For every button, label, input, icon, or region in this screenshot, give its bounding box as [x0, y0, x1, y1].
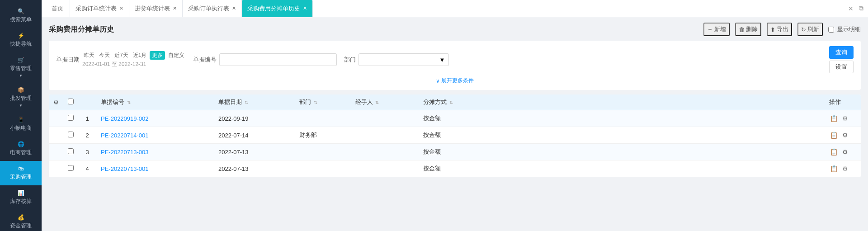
date-shortcut-today[interactable]: 今天: [98, 51, 111, 60]
close-window-icon[interactable]: ✕: [847, 4, 854, 13]
tab-purchase-order-stats[interactable]: 采购订单统计表 ✕: [70, 0, 129, 17]
td-docdate: 2022-09-19: [214, 110, 295, 127]
docno-link[interactable]: PE-20220714-001: [101, 132, 149, 139]
more-icon[interactable]: ⚙: [841, 131, 849, 140]
sidebar-item-wholesale[interactable]: 📦 批发管理 ▼: [0, 82, 42, 112]
th-dept[interactable]: 部门 ⇅: [295, 94, 350, 110]
sidebar-item-ecommerce[interactable]: 🌐 电商管理: [0, 137, 42, 161]
tab-purchase-order-exec[interactable]: 采购订单执行表 ✕: [183, 0, 242, 17]
row-checkbox[interactable]: [68, 165, 74, 171]
date-range-text: 2022-01-01 至 2022-12-31: [82, 61, 186, 68]
row-checkbox[interactable]: [68, 115, 74, 121]
expand-button[interactable]: ∨ 展开更多条件: [436, 77, 474, 85]
table-row: 1 PE-20220919-002 2022-09-19 按金额 📋 ⚙: [49, 110, 861, 127]
dept-select[interactable]: ▼: [359, 53, 449, 66]
refresh-button[interactable]: ↻ 刷新: [797, 23, 823, 36]
th-handler[interactable]: 经手人 ⇅: [351, 94, 419, 110]
edit-icon[interactable]: 📋: [829, 131, 839, 140]
search-buttons: 查询 设置: [829, 46, 854, 73]
tab-purchase-cost-history[interactable]: 采购费用分摊单历史 ✕: [242, 0, 313, 17]
table-row: 2 PE-20220714-001 2022-07-14 财务部 按金额 📋 ⚙: [49, 127, 861, 144]
td-dept: [295, 144, 350, 160]
docno-link[interactable]: PE-20220713-003: [101, 149, 149, 156]
th-docdate-label: 单据日期: [218, 99, 242, 105]
tab-bar: 首页 采购订单统计表 ✕ 进货单统计表 ✕ 采购订单执行表 ✕ 采购费用分摊单历…: [42, 0, 868, 17]
th-settings[interactable]: ⚙: [49, 94, 63, 110]
sidebar-item-inventory[interactable]: 📊 库存核算: [0, 185, 42, 210]
sidebar-item-finance[interactable]: 💰 资金管理: [0, 210, 42, 231]
td-docno: PE-20220713-003: [96, 144, 214, 160]
sort-icon: ⇅: [375, 100, 379, 105]
tab-close-icon[interactable]: ✕: [232, 5, 236, 11]
export-button[interactable]: ⬆ 导出: [767, 23, 792, 36]
retail-icon: 🛒: [18, 57, 24, 63]
edit-icon[interactable]: 📋: [829, 147, 839, 156]
sidebar-item-retail[interactable]: 🛒 零售管理 ▼: [0, 52, 42, 82]
docno-link[interactable]: PE-20220919-002: [101, 115, 149, 122]
add-button[interactable]: ＋ 新增: [703, 23, 730, 36]
ecom-small-icon: 📱: [18, 117, 24, 123]
th-docdate[interactable]: 单据日期 ⇅: [214, 94, 295, 110]
td-actions: 📋 ⚙: [825, 127, 861, 144]
inventory-icon: 📊: [18, 190, 24, 196]
show-columns-checkbox[interactable]: [828, 27, 834, 33]
th-docno-label: 单据编号: [101, 99, 124, 105]
th-splitmethod-label: 分摊方式: [423, 99, 447, 105]
purchase-icon: 🛍: [18, 165, 24, 172]
tab-close-icon[interactable]: ✕: [173, 5, 177, 11]
settings-button[interactable]: 设置: [829, 61, 854, 73]
sidebar-item-search[interactable]: 🔍 搜索菜单: [0, 4, 42, 28]
data-table-container: ⚙ 单据编号 ⇅ 单据日期 ⇅: [49, 94, 861, 177]
tab-close-icon[interactable]: ✕: [119, 5, 123, 11]
date-shortcut-yesterday[interactable]: 昨天: [82, 51, 96, 60]
td-settings: [49, 110, 63, 127]
tab-close-icon[interactable]: ✕: [303, 5, 307, 11]
sidebar-item-label: 采购管理: [10, 173, 32, 181]
search-button[interactable]: 查询: [829, 46, 854, 59]
tab-home[interactable]: 首页: [45, 0, 70, 17]
chevron-down-icon: ▼: [19, 104, 23, 108]
action-icons: 📋 ⚙: [829, 131, 856, 140]
sidebar-item-label: 零售管理: [10, 65, 32, 72]
sidebar-item-ecommerce-small[interactable]: 📱 小畅电商: [0, 112, 42, 137]
date-shortcut-more[interactable]: 更多: [150, 51, 165, 60]
date-shortcut-7days[interactable]: 近7天: [113, 51, 130, 60]
docno-input[interactable]: [219, 53, 337, 66]
more-icon[interactable]: ⚙: [841, 114, 849, 123]
td-dept: [295, 110, 350, 127]
table-header-row: ⚙ 单据编号 ⇅ 单据日期 ⇅: [49, 94, 861, 110]
date-shortcut-custom[interactable]: 自定义: [167, 51, 186, 60]
more-icon[interactable]: ⚙: [841, 147, 849, 156]
row-checkbox[interactable]: [68, 132, 74, 137]
th-splitmethod[interactable]: 分摊方式 ⇅: [419, 94, 825, 110]
sidebar-item-quicknav[interactable]: ⚡ 快捷导航: [0, 28, 42, 52]
edit-icon[interactable]: 📋: [829, 114, 839, 123]
tab-stock-stats[interactable]: 进货单统计表 ✕: [129, 0, 183, 17]
chevron-down-icon: ∨: [436, 78, 440, 84]
sidebar-item-label: 小畅电商: [10, 124, 32, 132]
docno-field: 单据编号: [193, 53, 337, 66]
tab-bar-actions: ✕ ⧉: [847, 4, 864, 13]
action-icons: 📋 ⚙: [829, 164, 856, 173]
more-icon[interactable]: ⚙: [841, 164, 849, 173]
tab-label: 采购订单统计表: [75, 5, 117, 13]
content-area: 采购费用分摊单历史 ＋ 新增 🗑 删除 ⬆ 导出 ↻ 刷新: [42, 17, 868, 231]
docno-link[interactable]: PE-20220713-001: [101, 165, 149, 172]
edit-icon[interactable]: 📋: [829, 164, 839, 173]
select-all-checkbox[interactable]: [68, 99, 74, 104]
td-dept: [295, 160, 350, 177]
td-docno: PE-20220919-002: [96, 110, 214, 127]
table-body: 1 PE-20220919-002 2022-09-19 按金额 📋 ⚙: [49, 110, 861, 177]
date-shortcut-1month[interactable]: 近1月: [132, 51, 148, 60]
th-docno[interactable]: 单据编号 ⇅: [96, 94, 214, 110]
show-columns-toggle[interactable]: 显示明细: [828, 25, 861, 33]
date-field: 单据日期 昨天 今天 近7天 近1月 更多 自定义 2022-01-01 至 2…: [56, 51, 186, 68]
row-checkbox[interactable]: [68, 148, 74, 154]
delete-button[interactable]: 🗑 删除: [735, 23, 761, 36]
restore-window-icon[interactable]: ⧉: [858, 4, 864, 13]
td-checkbox: [63, 127, 78, 144]
search-panel: 单据日期 昨天 今天 近7天 近1月 更多 自定义 2022-01-01 至 2…: [49, 41, 861, 90]
th-dept-label: 部门: [299, 99, 311, 105]
table-row: 4 PE-20220713-001 2022-07-13 按金额 📋 ⚙: [49, 160, 861, 177]
sidebar-item-purchase[interactable]: 🛍 采购管理: [0, 161, 42, 185]
